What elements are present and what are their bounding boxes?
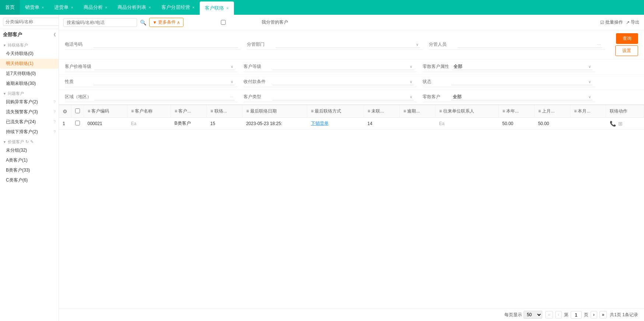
data-table-area: ⚙ ≡ 客户编码 ≡ 客户名称 ≡ 客户... <box>59 105 644 308</box>
filter-chevron-icon: ∧ <box>177 20 180 25</box>
page-suffix: 页 <box>584 312 588 318</box>
sidebar-group-pending: 待联络客户 <box>0 40 59 49</box>
filter-label-customer-type: 客户类型 <box>244 94 269 100</box>
settings-gear-icon[interactable]: ⚙ <box>63 108 67 114</box>
filter-cell-price-level: 客户价格等级 <box>65 62 238 72</box>
col-gear[interactable]: ⚙ <box>59 105 71 118</box>
row-this-year: 50.00 <box>498 118 534 130</box>
filter-select-customer-type[interactable] <box>272 93 413 100</box>
export-button[interactable]: ↗ 导出 <box>626 19 640 25</box>
nav-product-analysis[interactable]: 商品分析 × <box>78 0 112 15</box>
nav-product-analysis-list-close[interactable]: × <box>148 5 151 10</box>
select-all-checkbox[interactable] <box>75 108 80 113</box>
filter-input-phone[interactable] <box>94 41 238 48</box>
sidebar-item-repurchase-abnormal[interactable]: 回购异常客户(2) ? <box>0 97 59 107</box>
filter-cell-phone: 电话号码 <box>65 39 241 50</box>
row-select-checkbox[interactable] <box>75 121 80 125</box>
sidebar-item-overdue[interactable]: 逾期未联络(30) <box>0 79 59 89</box>
value-edit-icon[interactable]: ✎ <box>30 139 34 144</box>
sidebar-search-input[interactable] <box>3 18 59 26</box>
sidebar-item-today[interactable]: 今天待联络(0) <box>0 49 59 59</box>
nav-sales-order[interactable]: 销货单 × <box>20 0 49 15</box>
table-row: 1 000021 Ea B类客户 15 2023-05-23 18:25: 下销… <box>59 118 644 130</box>
filter-cell-customer-level: 客户等级 <box>244 62 416 72</box>
filter-select-payment-terms[interactable] <box>272 78 413 85</box>
sidebar-item-declining[interactable]: 持续下滑客户(2) ? <box>0 127 59 137</box>
filter-actions: 查询 设置 <box>611 33 638 56</box>
col-checkbox[interactable] <box>71 105 84 118</box>
last-method-link[interactable]: 下销货单 <box>311 121 329 126</box>
row-this-month <box>570 118 606 130</box>
filter-select-price-level[interactable] <box>94 63 235 70</box>
row-checkbox[interactable] <box>71 118 84 130</box>
sidebar-item-churned[interactable]: 已流失客户(24) ? <box>0 117 59 127</box>
search-button[interactable]: 🔍 <box>140 20 146 25</box>
page-number-input[interactable] <box>571 311 582 319</box>
sidebar-item-churn-warning[interactable]: 流失预警客户(3) ? <box>0 107 59 117</box>
pagination-nav: « ‹ 第 页 › » <box>545 311 607 319</box>
filter-label-customer-level: 客户等级 <box>244 63 269 70</box>
filter-dots-region[interactable]: ··· <box>230 94 233 99</box>
filter-select-retail-attr[interactable]: 全部 <box>452 63 592 70</box>
nav-home[interactable]: 首页 <box>0 0 20 15</box>
filter-cell-payment-terms: 收付款条件 <box>244 77 416 87</box>
nav-customer-stratification[interactable]: 客户分层经营 × <box>156 0 200 15</box>
col-type: ≡ 客户... <box>171 105 207 118</box>
filter-dots-manager[interactable]: ··· <box>597 42 601 47</box>
sidebar-item-ungrouped[interactable]: 未分组(32) <box>0 145 59 155</box>
nav-product-analysis-list[interactable]: 商品分析列表 × <box>112 0 156 15</box>
filter-retail-customer-wrap: 全部 <box>451 93 592 100</box>
nav-purchase-order[interactable]: 进货单 × <box>49 0 78 15</box>
help-icon-declining: ? <box>53 130 56 134</box>
first-page-button[interactable]: « <box>545 311 553 318</box>
top-navigation: 首页 销货单 × 进货单 × 商品分析 × 商品分析列表 × 客户分层经营 × … <box>0 0 644 15</box>
col-overdue: ≡ 逾期... <box>399 105 435 118</box>
search-input[interactable] <box>63 18 137 27</box>
nav-customer-stratification-close[interactable]: × <box>192 5 195 10</box>
last-page-button[interactable]: » <box>599 311 607 318</box>
filter-cell-status: 状态 <box>423 77 595 87</box>
nav-purchase-order-close[interactable]: × <box>71 5 73 10</box>
my-customers-checkbox[interactable] <box>186 20 260 25</box>
qr-icon[interactable]: ⊞ <box>618 121 623 127</box>
nav-customer-contact-close[interactable]: × <box>226 6 228 10</box>
filter-status-wrap <box>451 78 592 85</box>
more-filters-button[interactable]: ▼ 更多条件 ∧ <box>149 18 183 27</box>
sidebar-item-7days[interactable]: 近7天待联络(0) <box>0 69 59 79</box>
sidebar-item-class-c[interactable]: C类客户(6) <box>0 175 59 185</box>
filter-cell-manager: 分管人员 ··· <box>429 39 605 50</box>
row-last-method[interactable]: 下销货单 <box>307 118 364 130</box>
filter-customer-type-wrap <box>272 93 413 100</box>
table-footer: 每页显示 50 100 « ‹ 第 页 › » 共1页 1条记录 <box>59 308 644 321</box>
filter-select-retail-customer[interactable]: 全部 <box>451 93 592 100</box>
col-code: ≡ 客户编码 <box>84 105 127 118</box>
content-area: 🔍 ▼ 更多条件 ∧ 我分管的客户 ☑ 批量操作 ↗ 导出 <box>59 15 644 321</box>
filter-cell-department: 分管部门 <box>247 39 423 50</box>
filter-label-retail-customer: 零散客户 <box>423 94 448 100</box>
next-page-button[interactable]: › <box>591 311 597 318</box>
filter-select-status[interactable] <box>451 78 592 85</box>
sidebar-collapse-icon: 《 <box>52 32 56 38</box>
nav-customer-contact[interactable]: 客户联络 × <box>200 1 234 15</box>
my-customers-checkbox-label[interactable]: 我分管的客户 <box>186 19 288 25</box>
query-button[interactable]: 查询 <box>616 33 638 44</box>
page-size-select[interactable]: 50 100 <box>524 311 542 319</box>
batch-operation-button[interactable]: ☑ 批量操作 <box>600 19 623 25</box>
sidebar-item-class-a[interactable]: A类客户(1) <box>0 155 59 165</box>
filter-cell-customer-type: 客户类型 <box>244 92 416 102</box>
call-icon[interactable]: 📞 <box>610 121 616 127</box>
sidebar-all-customers[interactable]: 全部客户 《 <box>0 29 59 40</box>
sidebar-item-tomorrow[interactable]: 明天待联络(1) <box>0 59 59 69</box>
help-icon-churned: ? <box>53 120 56 124</box>
filter-select-nature[interactable] <box>94 78 235 85</box>
action-icons-container: 📞 ⊞ <box>610 121 640 127</box>
nav-sales-order-close[interactable]: × <box>42 5 44 10</box>
prev-page-button[interactable]: ‹ <box>555 311 562 318</box>
nav-product-analysis-close[interactable]: × <box>105 5 107 10</box>
filter-select-customer-level[interactable] <box>272 63 413 70</box>
filter-select-department[interactable] <box>276 41 420 48</box>
value-refresh-icon[interactable]: ↻ <box>25 139 29 144</box>
col-this-year: ≡ 本年... <box>498 105 534 118</box>
sidebar-item-class-b[interactable]: B类客户(33) <box>0 165 59 175</box>
reset-button[interactable]: 设置 <box>615 45 638 56</box>
